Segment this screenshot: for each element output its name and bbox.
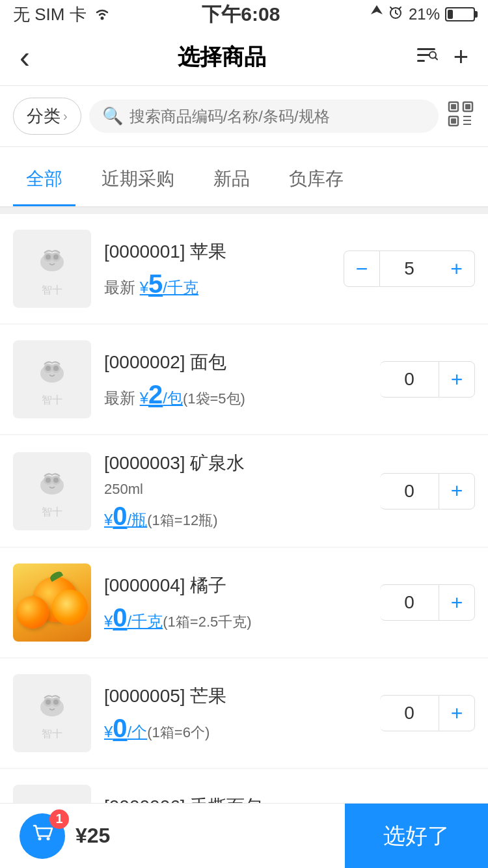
time-display: 下午6:08 (202, 1, 280, 28)
product-price: 最新 ¥5/千克 (104, 269, 331, 299)
price-sub: (1袋=5包) (183, 390, 245, 407)
svg-point-29 (46, 478, 51, 483)
quantity-input[interactable] (380, 584, 439, 621)
svg-point-19 (46, 254, 51, 260)
nav-right: + (414, 42, 468, 72)
currency-icon: ¥ (104, 511, 113, 528)
svg-rect-4 (417, 60, 425, 62)
quantity-input[interactable] (380, 473, 439, 509)
wifi-icon (93, 5, 111, 25)
location-icon (371, 5, 383, 23)
quantity-plus-button[interactable]: + (439, 695, 475, 731)
cart-icon-button[interactable]: 1 (20, 813, 65, 859)
quantity-input[interactable] (380, 361, 439, 398)
tab-negative[interactable]: 负库存 (276, 160, 357, 206)
alarm-icon (388, 5, 403, 24)
svg-line-6 (435, 58, 437, 60)
svg-rect-10 (451, 104, 456, 109)
product-image-0000004 (13, 563, 91, 642)
list-item: 智十 [0000005] 芒果 ¥0/个(1箱=6个) + (0, 658, 488, 768)
product-image-0000001: 智十 (13, 230, 91, 308)
price-sub: (1箱=6个) (147, 724, 210, 740)
bottom-bar: 1 ¥25 选好了 (0, 803, 488, 868)
tabs-bar: 全部 近期采购 新品 负库存 (0, 147, 488, 208)
currency-icon: ¥ (140, 278, 148, 296)
back-button[interactable]: ‹ (20, 39, 30, 75)
nav-bar: ‹ 选择商品 + (0, 29, 488, 86)
quantity-control-0000002: + (380, 361, 475, 398)
status-left: 无 SIM 卡 (13, 3, 111, 26)
product-image-0000005: 智十 (13, 674, 91, 752)
product-price: ¥0/个(1箱=6个) (104, 714, 367, 743)
search-input[interactable] (129, 107, 426, 126)
quantity-control-0000004: + (380, 584, 475, 621)
product-price: ¥0/瓶(1箱=12瓶) (104, 502, 367, 531)
product-info-0000001: [0000001] 苹果 最新 ¥5/千克 (104, 239, 331, 299)
svg-point-34 (46, 699, 51, 705)
owl-icon (34, 685, 70, 726)
brand-text: 智十 (42, 506, 62, 519)
svg-rect-12 (465, 104, 470, 109)
confirm-button[interactable]: 选好了 (345, 804, 488, 869)
search-icon: 🔍 (102, 106, 123, 126)
quantity-plus-button[interactable]: + (439, 251, 475, 287)
brand-text: 智十 (42, 284, 62, 297)
svg-point-0 (100, 16, 103, 20)
orange-circle2 (16, 596, 49, 629)
owl-icon (34, 240, 70, 282)
product-image-0000002: 智十 (13, 340, 91, 418)
price-number: 5 (148, 269, 163, 298)
brand-text: 智十 (42, 727, 62, 741)
add-button[interactable]: + (454, 42, 468, 72)
list-item: 智十 [0000003] 矿泉水 250ml ¥0/瓶(1箱=12瓶) + (0, 435, 488, 547)
product-name: [0000002] 面包 (104, 350, 367, 375)
cart-section: 1 ¥25 (0, 813, 345, 859)
svg-point-20 (53, 254, 59, 260)
quantity-input[interactable] (380, 251, 439, 287)
product-info-0000003: [0000003] 矿泉水 250ml ¥0/瓶(1箱=12瓶) (104, 451, 367, 531)
quantity-minus-button[interactable]: − (344, 251, 380, 287)
scan-icon[interactable] (446, 100, 475, 133)
product-name: [0000005] 芒果 (104, 684, 367, 709)
product-name: [0000004] 橘子 (104, 573, 367, 598)
product-spec: 250ml (104, 481, 367, 498)
svg-rect-3 (417, 54, 430, 56)
svg-point-24 (46, 366, 51, 371)
svg-point-25 (53, 366, 59, 371)
category-label: 分类 (27, 105, 61, 128)
price-number: 0 (113, 603, 127, 632)
page-title: 选择商品 (178, 42, 266, 72)
price-unit: /千克 (128, 612, 163, 630)
orange-half (52, 590, 88, 625)
owl-icon (34, 351, 70, 392)
product-name: [0000001] 苹果 (104, 239, 331, 264)
price-number: 0 (113, 714, 127, 742)
cart-badge: 1 (49, 809, 69, 829)
quantity-plus-button[interactable]: + (439, 361, 475, 398)
list-item: [0000004] 橘子 ¥0/千克(1箱=2.5千克) + (0, 548, 488, 657)
status-bar: 无 SIM 卡 下午6:08 21% (0, 0, 488, 29)
tab-recent[interactable]: 近期采购 (88, 160, 187, 206)
currency-icon: ¥ (104, 723, 113, 740)
tab-all[interactable]: 全部 (13, 160, 75, 206)
tab-new[interactable]: 新品 (200, 160, 263, 206)
carrier-text: 无 SIM 卡 (13, 3, 87, 26)
filter-icon[interactable] (414, 43, 438, 71)
quantity-input[interactable] (380, 695, 439, 731)
price-number: 0 (113, 502, 127, 530)
quantity-control-0000003: + (380, 473, 475, 509)
currency-icon: ¥ (104, 612, 113, 630)
product-price: ¥0/千克(1箱=2.5千克) (104, 603, 367, 632)
svg-point-35 (53, 699, 59, 705)
product-list: 智十 [0000001] 苹果 最新 ¥5/千克 − + 智十 (0, 214, 488, 868)
price-number: 2 (148, 380, 163, 409)
category-button[interactable]: 分类 › (13, 98, 81, 135)
battery-percent: 21% (409, 5, 440, 23)
price-unit: /千克 (163, 278, 198, 296)
quantity-plus-button[interactable]: + (439, 584, 475, 621)
list-item: 智十 [0000001] 苹果 最新 ¥5/千克 − + (0, 214, 488, 323)
nav-left: ‹ (20, 39, 30, 75)
quantity-plus-button[interactable]: + (439, 473, 475, 509)
product-info-0000004: [0000004] 橘子 ¥0/千克(1箱=2.5千克) (104, 573, 367, 632)
price-unit: /个 (128, 723, 148, 740)
